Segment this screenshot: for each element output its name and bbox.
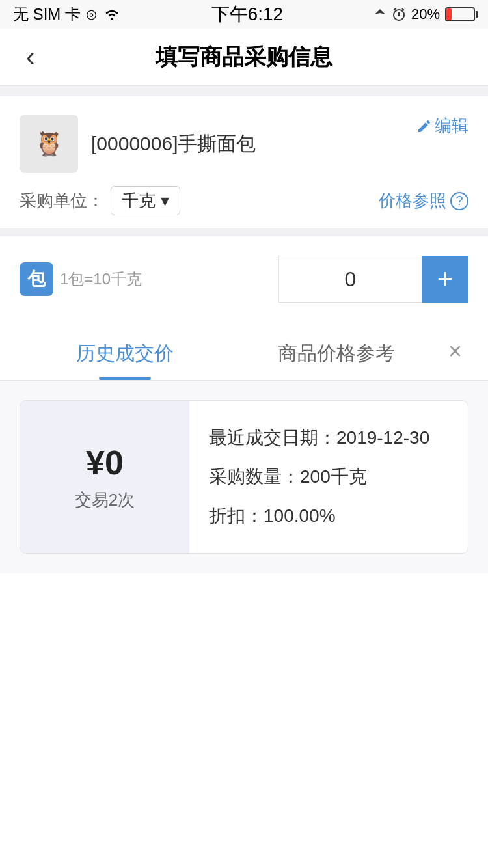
svg-line-3 [394, 8, 396, 10]
product-thumbnail: 🦉 [20, 115, 78, 173]
main-body [0, 573, 488, 868]
alarm-icon [392, 7, 406, 21]
qty-subtext: 1包=10千克 [60, 269, 142, 290]
product-unit-row: 采购单位： 千克 ▾ 价格参照 ? [20, 186, 468, 215]
product-section: 🦉 [0000006]手撕面包 编辑 采购单位： 千克 ▾ 价格参照 ? [0, 96, 488, 228]
edit-label: 编辑 [435, 115, 468, 137]
discount-value: 100.00% [264, 506, 336, 526]
status-time: 下午6:12 [211, 2, 284, 27]
qty-label: 包 1包=10千克 [20, 262, 142, 296]
price-value: ¥0 [86, 443, 124, 482]
purchase-qty-label: 采购数量： [209, 467, 300, 487]
unit-value: 千克 [122, 189, 156, 212]
tab-history[interactable]: 历史成交价 [20, 322, 230, 380]
discount-row: 折扣：100.00% [209, 502, 448, 530]
purchase-qty-value: 200千克 [300, 467, 367, 487]
product-name: [0000006]手撕面包 [91, 131, 256, 157]
discount-label: 折扣： [209, 506, 264, 526]
tab-bar: 历史成交价 商品价格参考 × [0, 322, 488, 381]
quantity-section: 包 1包=10千克 + [0, 236, 488, 322]
qty-plus-icon: + [437, 264, 454, 295]
svg-line-4 [402, 8, 404, 10]
price-currency: ¥ [86, 444, 105, 481]
unit-label: 采购单位： [20, 189, 104, 212]
qty-pack-label: 包 [27, 267, 46, 292]
battery-icon [445, 7, 475, 21]
tab-reference[interactable]: 商品价格参考 [230, 322, 441, 380]
price-ref-label: 价格参照 [379, 189, 446, 212]
price-card: ¥0 交易2次 最近成交日期：2019-12-30 采购数量：200千克 折扣：… [20, 400, 468, 554]
nav-bar: ‹ 填写商品采购信息 [0, 29, 488, 86]
product-left: 🦉 [0000006]手撕面包 [20, 115, 256, 173]
edit-icon [416, 118, 432, 134]
price-amount: 0 [105, 444, 124, 481]
product-header: 🦉 [0000006]手撕面包 编辑 [20, 115, 468, 173]
recent-date-value: 2019-12-30 [336, 427, 429, 448]
qty-input-wrapper: + [278, 256, 468, 303]
price-card-area: ¥0 交易2次 最近成交日期：2019-12-30 采购数量：200千克 折扣：… [0, 381, 488, 573]
unit-row-left: 采购单位： 千克 ▾ [20, 186, 180, 215]
qty-pack-badge: 包 [20, 262, 53, 296]
wifi-icon [103, 8, 121, 21]
unit-dropdown-arrow: ▾ [161, 191, 169, 211]
back-button[interactable]: ‹ [20, 36, 41, 78]
svg-point-0 [111, 18, 113, 20]
price-ref-icon: ? [450, 192, 468, 210]
recent-date-label: 最近成交日期： [209, 427, 336, 448]
edit-button[interactable]: 编辑 [416, 115, 468, 137]
qty-input[interactable] [278, 256, 422, 303]
tab-reference-label: 商品价格参考 [278, 342, 395, 364]
tab-close-button[interactable]: × [442, 331, 468, 372]
unit-select[interactable]: 千克 ▾ [111, 186, 180, 215]
price-ref-button[interactable]: 价格参照 ? [379, 189, 468, 212]
price-card-left: ¥0 交易2次 [20, 401, 189, 553]
purchase-qty-row: 采购数量：200千克 [209, 463, 448, 491]
battery-percent: 20% [411, 6, 440, 23]
recent-date-row: 最近成交日期：2019-12-30 [209, 424, 448, 452]
status-right: 20% [373, 6, 475, 23]
price-trade-count: 交易2次 [75, 489, 135, 511]
qty-plus-button[interactable]: + [422, 256, 468, 303]
product-logo: 🦉 [34, 130, 64, 157]
section-divider [0, 228, 488, 236]
location-icon [373, 8, 386, 21]
price-card-right: 最近成交日期：2019-12-30 采购数量：200千克 折扣：100.00% [189, 401, 468, 553]
status-left: 无 SIM 卡 ⊙ [13, 4, 121, 25]
page-title: 填写商品采购信息 [156, 42, 332, 72]
tab-history-label: 历史成交价 [76, 342, 174, 364]
tab-section: 历史成交价 商品价格参考 × ¥0 交易2次 最近成交日期：2019-12-30… [0, 322, 488, 868]
status-bar: 无 SIM 卡 ⊙ 下午6:12 20% [0, 0, 488, 29]
signal-text: 无 SIM 卡 ⊙ [13, 4, 98, 25]
